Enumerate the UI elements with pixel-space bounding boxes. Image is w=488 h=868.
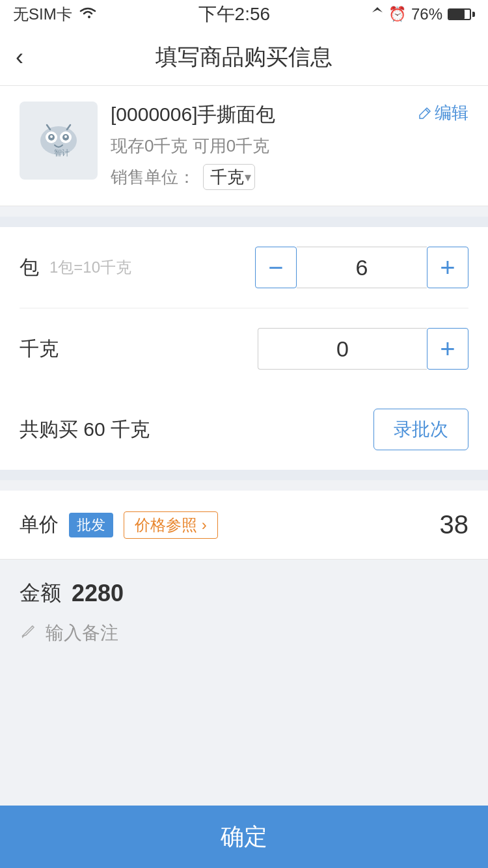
note-row[interactable]: 输入备注: [20, 621, 468, 645]
package-row: 包 1包=10千克 − +: [20, 227, 468, 308]
status-left: 无SIM卡: [13, 4, 97, 25]
price-section: 单价 批发 价格参照 › 38: [0, 491, 488, 559]
confirm-button[interactable]: 确定: [0, 806, 488, 868]
batch-button[interactable]: 录批次: [373, 409, 468, 450]
product-card: 智计 [0000006]手撕面包 编辑 现存0千克 可用0千克 销售单位：: [0, 86, 488, 206]
svg-point-5: [50, 135, 53, 138]
price-label: 单价: [20, 511, 59, 538]
svg-text:智计: 智计: [54, 148, 70, 157]
package-plus-button[interactable]: +: [427, 247, 468, 288]
nav-bar: ‹ 填写商品购买信息: [0, 29, 488, 86]
package-hint: 1包=10千克: [49, 257, 131, 278]
package-label: 包 1包=10千克: [20, 254, 131, 281]
page-title: 填写商品购买信息: [156, 42, 332, 72]
input-section: 包 1包=10千克 − + 千克 +: [0, 227, 488, 389]
svg-point-6: [64, 135, 67, 138]
unit-select-wrap[interactable]: 千克: [203, 164, 255, 190]
status-right: ⏰ 76%: [372, 5, 475, 23]
back-button[interactable]: ‹: [16, 44, 23, 71]
unit-label: 销售单位：: [111, 166, 195, 189]
battery-percent: 76%: [411, 5, 442, 23]
location-icon: [372, 5, 383, 23]
pencil-icon: [20, 622, 38, 645]
carrier-label: 无SIM卡: [13, 4, 72, 25]
amount-row: 金额 2280: [20, 579, 468, 608]
price-ref-button[interactable]: 价格参照 ›: [124, 511, 218, 539]
product-name: [0000006]手撕面包: [111, 102, 418, 128]
edit-label: 编辑: [435, 102, 468, 124]
separator-1: [0, 217, 488, 227]
amount-label: 金额: [20, 579, 61, 608]
price-tag: 批发: [69, 513, 113, 537]
package-qty-controls: − +: [255, 247, 468, 288]
price-left: 单价 批发 价格参照 ›: [20, 511, 218, 539]
total-text: 共购买 60 千克: [20, 416, 150, 443]
kg-label: 千克: [20, 336, 59, 362]
edit-button[interactable]: 编辑: [418, 102, 468, 124]
status-time: 下午2:56: [198, 2, 271, 27]
kg-qty-input[interactable]: [258, 328, 427, 370]
unit-select[interactable]: 千克: [203, 164, 255, 190]
alarm-icon: ⏰: [388, 6, 406, 23]
product-stock: 现存0千克 可用0千克: [111, 135, 468, 157]
package-label-text: 包: [20, 254, 39, 281]
package-minus-button[interactable]: −: [255, 247, 297, 288]
kg-qty-controls: +: [258, 328, 468, 370]
product-logo-icon: 智计: [36, 118, 81, 164]
amount-section: 金额 2280 输入备注: [0, 559, 488, 665]
package-qty-input[interactable]: [297, 247, 427, 288]
wifi-icon: [79, 5, 97, 23]
product-unit-row: 销售单位： 千克: [111, 164, 468, 190]
separator-2: [0, 470, 488, 480]
total-section: 共购买 60 千克 录批次: [0, 389, 488, 470]
amount-value: 2280: [72, 580, 124, 607]
price-value: 38: [440, 510, 469, 539]
kg-row: 千克 +: [20, 308, 468, 389]
kg-plus-button[interactable]: +: [427, 328, 468, 370]
battery-icon: [448, 8, 475, 20]
note-label: 输入备注: [46, 621, 118, 645]
kg-label-text: 千克: [20, 336, 59, 362]
product-image: 智计: [20, 102, 98, 180]
status-bar: 无SIM卡 下午2:56 ⏰ 76%: [0, 0, 488, 29]
product-info: [0000006]手撕面包 编辑 现存0千克 可用0千克 销售单位： 千克: [111, 102, 468, 190]
